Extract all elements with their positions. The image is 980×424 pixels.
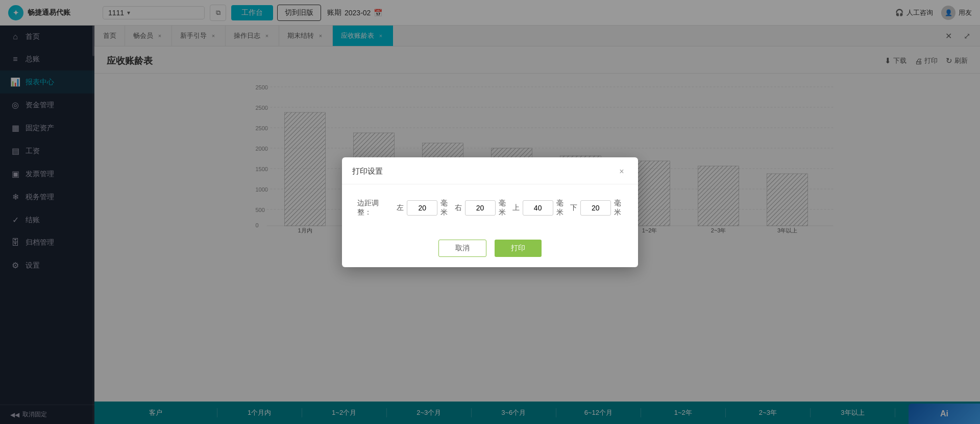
print-confirm-button[interactable]: 打印: [495, 240, 542, 257]
modal-overlay: 打印设置 × 边距调整： 左 毫米 右 毫米 上 毫米: [0, 0, 980, 424]
margin-left-label: 左: [397, 203, 404, 213]
margin-top-input[interactable]: [523, 200, 553, 216]
margin-bottom-label: 下: [570, 203, 577, 213]
margin-top-label: 上: [512, 203, 520, 213]
modal-footer: 取消 打印: [342, 231, 638, 267]
margin-top-unit: 毫米: [556, 199, 565, 217]
margin-right-label: 右: [455, 203, 462, 213]
modal-close-button[interactable]: ×: [616, 166, 628, 178]
margin-top-group: 上 毫米: [512, 199, 565, 217]
print-settings-modal: 打印设置 × 边距调整： 左 毫米 右 毫米 上 毫米: [342, 157, 638, 267]
modal-title: 打印设置: [352, 167, 383, 176]
margin-right-unit: 毫米: [499, 199, 507, 217]
modal-header: 打印设置 ×: [342, 157, 638, 184]
margin-bottom-group: 下 毫米: [570, 199, 623, 217]
margin-left-input[interactable]: [407, 200, 437, 216]
modal-body: 边距调整： 左 毫米 右 毫米 上 毫米 下: [342, 184, 638, 231]
margin-bottom-unit: 毫米: [614, 199, 623, 217]
cancel-button[interactable]: 取消: [438, 240, 486, 257]
margin-right-group: 右 毫米: [455, 199, 507, 217]
margin-row: 边距调整： 左 毫米 右 毫米 上 毫米 下: [357, 199, 623, 217]
margin-left-unit: 毫米: [440, 199, 449, 217]
margin-bottom-input[interactable]: [580, 200, 611, 216]
margin-left-group: 左 毫米: [397, 199, 449, 217]
margin-label: 边距调整：: [357, 199, 389, 217]
margin-right-input[interactable]: [465, 200, 496, 216]
